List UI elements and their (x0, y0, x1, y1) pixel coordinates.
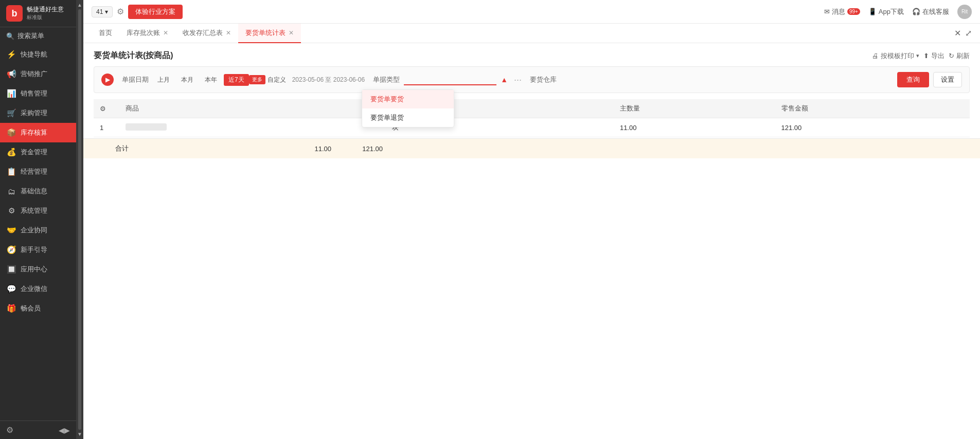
print-btn[interactable]: 🖨 按模板打印 ▾ (872, 51, 919, 61)
type-input[interactable] (404, 75, 496, 85)
sidebar-search[interactable]: 🔍 搜索菜单 (0, 27, 76, 45)
main-area: 41 ▾ ⚙ 体验行业方案 ✉ 消息 99+ 📱 App下载 🎧 在线客服 Ri… (83, 0, 980, 439)
search-icon: 🔍 (6, 32, 14, 40)
sidebar-item-finance[interactable]: 💰资金管理 (0, 142, 76, 162)
refresh-icon: ↻ (949, 52, 954, 60)
store-dropdown-icon: ▾ (105, 8, 108, 15)
dropdown-item-0[interactable]: 要货单要货 (362, 90, 454, 108)
date-shortcuts: 上月 本月 本年 近7天 更多 自定义 (153, 74, 286, 86)
tab-inventory-batch[interactable]: 库存批次账✕ (119, 24, 175, 43)
footer-qty: 11.00 (290, 145, 331, 153)
print-dropdown-icon: ▾ (916, 52, 919, 59)
nav-icon-operations: 📋 (6, 167, 16, 176)
date-btn-7days[interactable]: 近7天 (224, 74, 249, 86)
sidebar-item-system[interactable]: ⚙系统管理 (0, 201, 76, 221)
date-btn-last-month[interactable]: 上月 (153, 74, 174, 86)
date-btn-this-month[interactable]: 本月 (176, 74, 198, 86)
online-service-item[interactable]: 🎧 在线客服 (912, 7, 949, 16)
cell-no-0: 1 (94, 118, 119, 137)
sidebar-item-quick-nav[interactable]: ⚡快捷导航 (0, 45, 76, 64)
sidebar-item-beginner[interactable]: 🧭新手引导 (0, 240, 76, 260)
page-actions: 🖨 按模板打印 ▾ ⬆ 导出 ↻ 刷新 (872, 51, 970, 61)
export-btn[interactable]: ⬆ 导出 (923, 51, 945, 61)
dropdown-item-1[interactable]: 要货单退货 (362, 108, 454, 127)
logo-icon: b (6, 5, 23, 22)
filter-bar: ▶ 单据日期 上月 本月 本年 近7天 更多 自定义 2023-05-06 至 … (94, 66, 970, 93)
store-selector[interactable]: 41 ▾ (92, 6, 113, 17)
tab-label-order-stats: 要货单统计表 (245, 28, 286, 38)
date-custom-btn[interactable]: 自定义 (268, 76, 286, 84)
sidebar-item-enterprise[interactable]: 🤝企业协同 (0, 221, 76, 240)
online-service-label: 在线客服 (922, 7, 949, 16)
tab-close-order-stats[interactable]: ✕ (289, 29, 294, 36)
message-label: 消息 (832, 7, 845, 16)
settings-icon[interactable]: ⚙ (6, 425, 13, 435)
user-avatar[interactable]: Rit (957, 5, 972, 19)
store-name: 41 (96, 8, 103, 15)
sidebar-bottom: ⚙ ◀▶ (0, 420, 76, 439)
nav-icon-finance: 💰 (6, 148, 16, 157)
nav-icon-beginner: 🧭 (6, 245, 16, 254)
tab-label-receipt-summary: 收发存汇总表 (183, 28, 223, 38)
sidebar-item-basic-info[interactable]: 🗂基础信息 (0, 181, 76, 201)
type-more-btn[interactable]: ··· (514, 75, 522, 85)
sidebar-item-marketing[interactable]: 📢营销推广 (0, 64, 76, 84)
sidebar-item-purchase[interactable]: 🛒采购管理 (0, 103, 76, 123)
set-btn[interactable]: 设置 (933, 72, 962, 87)
filter-actions: 查询 设置 (897, 72, 962, 87)
tab-close-receipt-summary[interactable]: ✕ (226, 29, 231, 36)
table-row: 1 块 11.00 121.00 (94, 118, 970, 137)
nav-label-sales: 销售管理 (21, 89, 47, 98)
nav-icon-purchase: 🛒 (6, 108, 16, 118)
nav-label-marketing: 营销推广 (21, 69, 47, 79)
sidebar: b 畅捷通好生意 标准版 🔍 搜索菜单 ⚡快捷导航📢营销推广📊销售管理🛒采购管理… (0, 0, 76, 439)
sidebar-item-operations[interactable]: 📋经营管理 (0, 162, 76, 181)
tab-label-inventory-batch: 库存批次账 (127, 28, 160, 38)
sidebar-item-inventory[interactable]: 📦库存核算 (0, 123, 76, 142)
table-body: 1 块 11.00 121.00 (94, 118, 970, 137)
collapse-icon[interactable]: ◀▶ (59, 426, 70, 434)
app-download-label: App下载 (879, 7, 904, 16)
tab-expand-icon[interactable]: ⤢ (965, 28, 972, 38)
date-hot-badge: 更多 (249, 75, 265, 84)
tab-close-all-icon[interactable]: ✕ (954, 28, 961, 38)
service-icon: 🎧 (912, 8, 920, 15)
type-dropdown-icon[interactable]: ▲ (501, 76, 508, 84)
date-label: 单据日期 (122, 75, 149, 84)
sidebar-item-corp-wechat[interactable]: 💬企业微信 (0, 279, 76, 299)
nav-label-basic-info: 基础信息 (21, 187, 47, 196)
topbar-left: 41 ▾ ⚙ 体验行业方案 (92, 5, 183, 19)
app-download-item[interactable]: 📱 App下载 (868, 7, 904, 16)
warehouse-filter-group: 要货仓库 (530, 75, 557, 84)
print-label: 按模板打印 (881, 51, 914, 61)
type-filter-group: 单据类型 ▲ ··· (373, 75, 522, 85)
nav-icon-membership: 🎁 (6, 304, 16, 313)
cell-amount-0: 121.00 (775, 118, 970, 137)
message-item[interactable]: ✉ 消息 99+ (824, 7, 860, 16)
sidebar-logo: b 畅捷通好生意 标准版 (0, 0, 76, 27)
date-range-display: 2023-05-06 至 2023-06-06 (292, 76, 365, 84)
nav-icon-marketing: 📢 (6, 69, 16, 79)
filter-expand-btn[interactable]: ▶ (101, 74, 114, 86)
sidebar-item-app-center[interactable]: 🔲应用中心 (0, 260, 76, 279)
topbar: 41 ▾ ⚙ 体验行业方案 ✉ 消息 99+ 📱 App下载 🎧 在线客服 Ri… (83, 0, 980, 24)
nav-label-system: 系统管理 (21, 206, 47, 215)
tabbar-right: ✕ ⤢ (954, 28, 972, 38)
sidebar-scrollbar[interactable]: ▲ ▼ (76, 0, 83, 439)
tab-order-stats[interactable]: 要货单统计表✕ (238, 24, 301, 43)
trial-btn[interactable]: 体验行业方案 (128, 5, 183, 19)
warehouse-label: 要货仓库 (530, 75, 557, 84)
sidebar-item-sales[interactable]: 📊销售管理 (0, 84, 76, 103)
data-table: ⚙ 商品 主计量单位 主数量 零售金额 1 块 11.00 121.00 (94, 99, 970, 137)
tab-home[interactable]: 首页 (92, 24, 119, 43)
sidebar-item-membership[interactable]: 🎁畅会员 (0, 299, 76, 318)
date-btn-this-year[interactable]: 本年 (200, 74, 222, 86)
type-dropdown: 要货单要货 要货单退货 (362, 89, 454, 127)
refresh-btn[interactable]: ↻ 刷新 (949, 51, 970, 61)
tab-receipt-summary[interactable]: 收发存汇总表✕ (175, 24, 238, 43)
col-settings[interactable]: ⚙ (94, 99, 119, 118)
query-btn[interactable]: 查询 (897, 72, 929, 87)
tab-close-inventory-batch[interactable]: ✕ (163, 29, 168, 36)
nav-label-corp-wechat: 企业微信 (21, 284, 47, 294)
topbar-settings-icon[interactable]: ⚙ (117, 7, 124, 16)
